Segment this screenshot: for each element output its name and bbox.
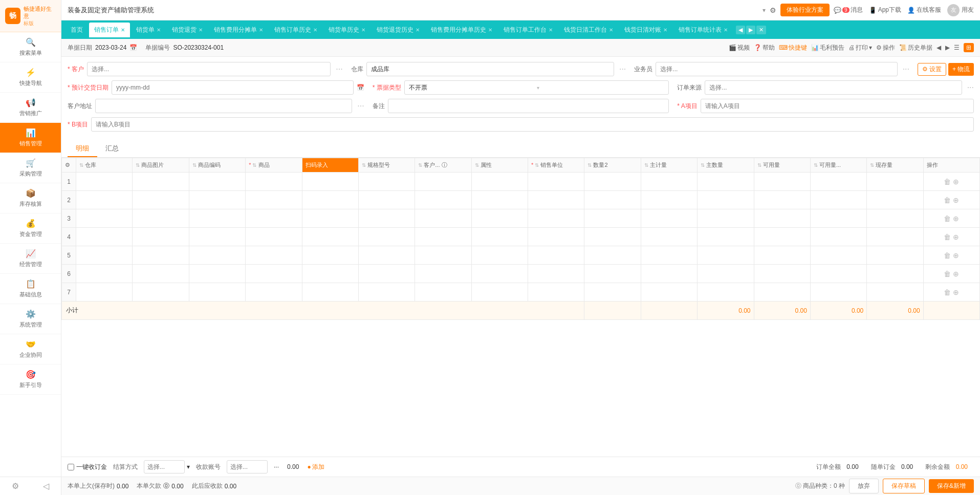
row2-available[interactable] (754, 191, 810, 209)
tab-close-expense-history[interactable]: ✕ (488, 27, 492, 33)
sidebar-item-purchase[interactable]: 🛒 采购管理 (0, 153, 61, 183)
calendar-icon[interactable]: 📅 (129, 44, 137, 51)
tab-close-sales-return[interactable]: ✕ (199, 27, 203, 33)
row1-spec[interactable] (358, 173, 415, 191)
tab-expense-history[interactable]: 销售费用分摊单历史 ✕ (426, 23, 497, 37)
row2-cust-code[interactable] (415, 191, 471, 209)
row3-unit[interactable] (528, 209, 584, 228)
help-btn[interactable]: ❓ 帮助 (754, 44, 775, 52)
row6-product[interactable] (246, 265, 302, 283)
row7-image[interactable] (133, 283, 189, 302)
th-settings[interactable]: ⚙ (62, 158, 76, 173)
row7-warehouse[interactable] (76, 283, 133, 302)
row7-delete-btn[interactable]: 🗑 (944, 288, 951, 296)
sidebar-settings-btn[interactable]: ⚙ (12, 481, 19, 491)
sidebar-item-quick-nav[interactable]: ⚡ 快捷导航 (0, 62, 61, 93)
sidebar-item-enterprise[interactable]: 🤝 企业协同 (0, 334, 61, 364)
payment-method-select[interactable] (144, 460, 185, 474)
row1-warehouse[interactable] (76, 173, 133, 191)
row2-available2[interactable] (810, 191, 866, 209)
tab-close-sales-goods[interactable]: ✕ (157, 27, 161, 33)
row7-main-qty[interactable] (698, 283, 754, 302)
tab-close-return-history[interactable]: ✕ (416, 27, 420, 33)
row4-spec[interactable] (358, 228, 415, 246)
row3-spec[interactable] (358, 209, 415, 228)
row1-available2[interactable] (810, 173, 866, 191)
row5-cust-code[interactable] (415, 246, 471, 265)
row5-unit[interactable] (528, 246, 584, 265)
row2-scan[interactable] (302, 191, 358, 209)
tab-sales-goods[interactable]: 销货单 ✕ (131, 23, 166, 37)
row5-spec[interactable] (358, 246, 415, 265)
row3-available2[interactable] (810, 209, 866, 228)
next-record-btn[interactable]: ▶ (945, 44, 950, 51)
tab-close-cash-reconcile[interactable]: ✕ (663, 27, 667, 33)
row3-warehouse[interactable] (76, 209, 133, 228)
sidebar-item-marketing[interactable]: 📢 营销推广 (0, 93, 61, 123)
row6-warehouse[interactable] (76, 265, 133, 283)
row4-scan[interactable] (302, 228, 358, 246)
settings-panel-btn[interactable]: ⚙ 设置 (918, 63, 946, 76)
material-panel-btn[interactable]: + 物流 (948, 63, 974, 76)
row1-copy-btn[interactable]: ⊕ (953, 178, 959, 186)
staff-input[interactable] (656, 62, 897, 76)
row1-delete-btn[interactable]: 🗑 (944, 178, 951, 186)
row7-product[interactable] (246, 283, 302, 302)
row2-qty2[interactable] (584, 191, 641, 209)
save-draft-btn[interactable]: 保存草稿 (883, 479, 925, 493)
nav-next-btn[interactable]: ▶ (746, 26, 755, 34)
row5-main-qty[interactable] (698, 246, 754, 265)
tab-close-sales-stats[interactable]: ✕ (724, 27, 728, 33)
row7-spec[interactable] (358, 283, 415, 302)
row7-unit[interactable] (528, 283, 584, 302)
row6-spec[interactable] (358, 265, 415, 283)
video-btn[interactable]: 🎬 视频 (729, 44, 750, 52)
row4-unit[interactable] (528, 228, 584, 246)
add-payment-btn[interactable]: ● 添加 (307, 463, 324, 471)
tab-close-workbench[interactable]: ✕ (549, 27, 553, 33)
row3-stock[interactable] (867, 209, 923, 228)
sidebar-item-search[interactable]: 🔍 搜索菜单 (0, 32, 61, 62)
row2-spec[interactable] (358, 191, 415, 209)
row2-product[interactable] (246, 191, 302, 209)
row4-available[interactable] (754, 228, 810, 246)
warehouse-input[interactable] (366, 62, 614, 76)
row2-attr[interactable] (471, 191, 528, 209)
row6-stock[interactable] (867, 265, 923, 283)
row5-code[interactable] (189, 246, 245, 265)
row2-copy-btn[interactable]: ⊕ (953, 196, 959, 204)
delivery-date-input[interactable] (112, 80, 354, 95)
tab-close-goods-history[interactable]: ✕ (361, 27, 365, 33)
row6-scan[interactable] (302, 265, 358, 283)
sidebar-item-operations[interactable]: 📈 经营管理 (0, 244, 61, 274)
row4-warehouse[interactable] (76, 228, 133, 246)
address-more-btn[interactable]: ··· (357, 101, 364, 111)
row6-copy-btn[interactable]: ⊕ (953, 270, 959, 278)
shortcut-btn[interactable]: ⌨ 快捷键 (779, 44, 807, 52)
row5-main-unit[interactable] (641, 246, 697, 265)
history-btn[interactable]: 📜 历史单据 (899, 44, 932, 52)
order-source-input[interactable] (705, 80, 962, 95)
tab-summary[interactable]: 汇总 (97, 141, 127, 157)
tab-cash-workbench[interactable]: 钱货日清工作台 ✕ (559, 23, 618, 37)
tab-sales-stats[interactable]: 销售订单统计表 ✕ (673, 23, 733, 37)
dropdown-arrow-icon[interactable]: ▾ (763, 7, 766, 14)
tab-home[interactable]: 首页 (66, 23, 88, 37)
row7-qty2[interactable] (584, 283, 641, 302)
row4-qty2[interactable] (584, 228, 641, 246)
row5-qty2[interactable] (584, 246, 641, 265)
row6-available2[interactable] (810, 265, 866, 283)
tab-sales-order[interactable]: 销售订单 ✕ (89, 23, 130, 37)
row1-attr[interactable] (471, 173, 528, 191)
row7-main-unit[interactable] (641, 283, 697, 302)
remark-input[interactable] (388, 99, 669, 113)
row2-main-qty[interactable] (698, 191, 754, 209)
row7-available[interactable] (754, 283, 810, 302)
row2-unit[interactable] (528, 191, 584, 209)
account-select[interactable] (227, 460, 268, 474)
row6-unit[interactable] (528, 265, 584, 283)
row4-code[interactable] (189, 228, 245, 246)
discard-btn[interactable]: 放弃 (849, 479, 879, 493)
account-more-btn[interactable]: ··· (274, 463, 279, 470)
row6-cust-code[interactable] (415, 265, 471, 283)
